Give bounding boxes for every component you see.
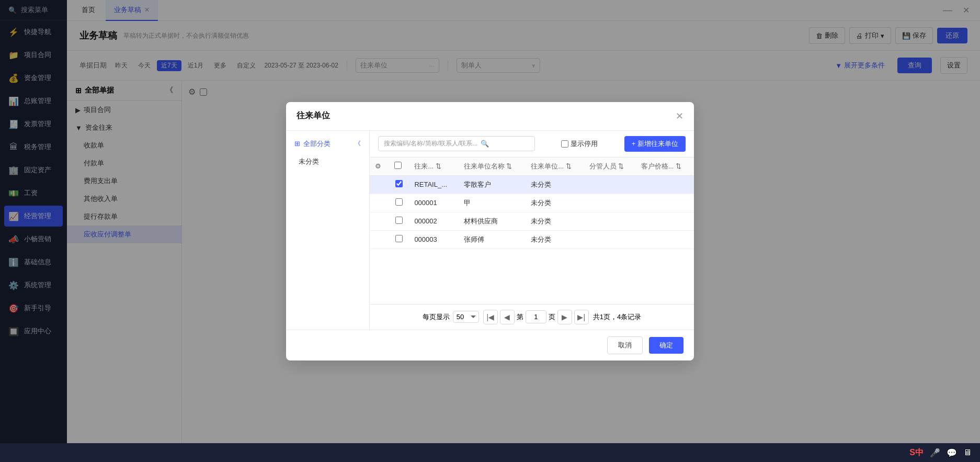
row-manager bbox=[584, 212, 636, 230]
table-header-row: ⚙ 往来... ⇅ 往来单位名称 ⇅ 往来单位... ⇅ 分管人员 ⇅ 客户价格… bbox=[370, 157, 694, 176]
page-nav: |◀ ◀ 第 页 ▶ ▶| bbox=[483, 310, 589, 324]
dialog-right-panel: 搜索编码/名称/简称/联系人/联系... 🔍 显示停用 + 新增往来单位 bbox=[370, 131, 694, 330]
dialog-title: 往来单位 bbox=[297, 110, 330, 121]
col-settings: ⚙ bbox=[370, 157, 389, 176]
row-code: 000001 bbox=[409, 194, 458, 212]
col-name[interactable]: 往来单位名称 ⇅ bbox=[459, 157, 526, 176]
row-category: 未分类 bbox=[526, 175, 584, 194]
first-page-btn[interactable]: |◀ bbox=[483, 310, 498, 324]
row-code: 000002 bbox=[409, 212, 458, 230]
row-checkbox[interactable] bbox=[395, 180, 403, 187]
grid-icon: ⊞ bbox=[294, 140, 300, 148]
row-price bbox=[636, 194, 694, 212]
col-category[interactable]: 往来单位... ⇅ bbox=[526, 157, 584, 176]
row-code: 000003 bbox=[409, 230, 458, 249]
dialog-overlay: 往来单位 ✕ ⊞ 全部分类 《 未分类 搜索编码/名称/简称/联系人/联系... bbox=[0, 0, 980, 462]
row-settings bbox=[370, 194, 389, 212]
row-name: 材料供应商 bbox=[459, 212, 526, 230]
row-checkbox-cell[interactable] bbox=[389, 231, 409, 246]
page-size-select[interactable]: 50 100 200 bbox=[453, 311, 479, 323]
row-checkbox[interactable] bbox=[395, 217, 403, 224]
table-row[interactable]: 000002 材料供应商 未分类 bbox=[370, 212, 694, 230]
cancel-button[interactable]: 取消 bbox=[607, 336, 643, 354]
row-settings bbox=[370, 212, 389, 230]
row-name: 张师傅 bbox=[459, 230, 526, 249]
dialog-left-panel: ⊞ 全部分类 《 未分类 bbox=[286, 131, 370, 330]
mic-icon[interactable]: 🎤 bbox=[930, 448, 940, 458]
search-icon: 🔍 bbox=[481, 140, 489, 148]
row-price bbox=[636, 212, 694, 230]
search-placeholder: 搜索编码/名称/简称/联系人/联系... bbox=[384, 139, 477, 148]
add-partner-button[interactable]: + 新增往来单位 bbox=[624, 136, 686, 152]
category-unclassified[interactable]: 未分类 bbox=[286, 153, 369, 171]
row-code: RETAIL_... bbox=[409, 175, 458, 194]
select-all-dialog[interactable] bbox=[394, 162, 402, 169]
row-checkbox-cell[interactable] bbox=[389, 212, 409, 228]
prev-page-btn[interactable]: ◀ bbox=[500, 310, 515, 324]
table-row[interactable]: 000003 张师傅 未分类 bbox=[370, 230, 694, 249]
partner-dialog: 往来单位 ✕ ⊞ 全部分类 《 未分类 搜索编码/名称/简称/联系人/联系... bbox=[286, 102, 694, 360]
row-category: 未分类 bbox=[526, 230, 584, 249]
row-checkbox-cell[interactable] bbox=[389, 194, 409, 210]
row-price bbox=[636, 175, 694, 194]
row-manager bbox=[584, 175, 636, 194]
col-price[interactable]: 客户价格... ⇅ bbox=[636, 157, 694, 176]
dialog-footer: 取消 确定 bbox=[286, 330, 694, 360]
dialog-header: 往来单位 ✕ bbox=[286, 102, 694, 131]
taskbar: S中 🎤 💬 🖥 bbox=[0, 443, 980, 462]
col-select bbox=[389, 157, 409, 176]
table-row[interactable]: RETAIL_... 零散客户 未分类 bbox=[370, 175, 694, 194]
next-page-btn[interactable]: ▶ bbox=[557, 310, 572, 324]
row-manager bbox=[584, 194, 636, 212]
dialog-close-icon[interactable]: ✕ bbox=[676, 110, 683, 122]
row-checkbox[interactable] bbox=[395, 198, 403, 206]
dialog-body: ⊞ 全部分类 《 未分类 搜索编码/名称/简称/联系人/联系... 🔍 显示停用 bbox=[286, 131, 694, 330]
show-disabled-checkbox[interactable] bbox=[561, 140, 568, 148]
col-code[interactable]: 往来... ⇅ bbox=[409, 157, 458, 176]
dialog-pagination: 每页显示 50 100 200 |◀ ◀ 第 页 ▶ bbox=[370, 304, 694, 330]
category-all[interactable]: ⊞ 全部分类 《 bbox=[286, 135, 369, 153]
dialog-search-input[interactable]: 搜索编码/名称/简称/联系人/联系... 🔍 bbox=[378, 136, 535, 151]
row-settings bbox=[370, 230, 389, 249]
table-row[interactable]: 000001 甲 未分类 bbox=[370, 194, 694, 212]
show-disabled-toggle[interactable]: 显示停用 bbox=[561, 139, 598, 149]
row-name: 零散客户 bbox=[459, 175, 526, 194]
row-category: 未分类 bbox=[526, 194, 584, 212]
row-name: 甲 bbox=[459, 194, 526, 212]
row-manager bbox=[584, 230, 636, 249]
confirm-button[interactable]: 确定 bbox=[649, 337, 683, 354]
row-price bbox=[636, 230, 694, 249]
chat-icon[interactable]: 💬 bbox=[947, 448, 957, 458]
dialog-toolbar: 搜索编码/名称/简称/联系人/联系... 🔍 显示停用 + 新增往来单位 bbox=[370, 131, 694, 157]
monitor-icon[interactable]: 🖥 bbox=[963, 448, 972, 457]
taskbar-logo: S中 bbox=[909, 447, 924, 458]
page-size-wrap: 每页显示 50 100 200 bbox=[423, 311, 479, 323]
page-number-input[interactable] bbox=[526, 310, 546, 323]
row-checkbox-cell[interactable] bbox=[389, 176, 409, 191]
row-settings bbox=[370, 175, 389, 194]
total-records: 共1页，4条记录 bbox=[593, 312, 641, 322]
col-manager[interactable]: 分管人员 ⇅ bbox=[584, 157, 636, 176]
row-checkbox[interactable] bbox=[395, 235, 403, 242]
row-category: 未分类 bbox=[526, 212, 584, 230]
collapse-left-icon[interactable]: 《 bbox=[355, 139, 361, 148]
last-page-btn[interactable]: ▶| bbox=[574, 310, 589, 324]
dialog-table: ⚙ 往来... ⇅ 往来单位名称 ⇅ 往来单位... ⇅ 分管人员 ⇅ 客户价格… bbox=[370, 157, 694, 304]
